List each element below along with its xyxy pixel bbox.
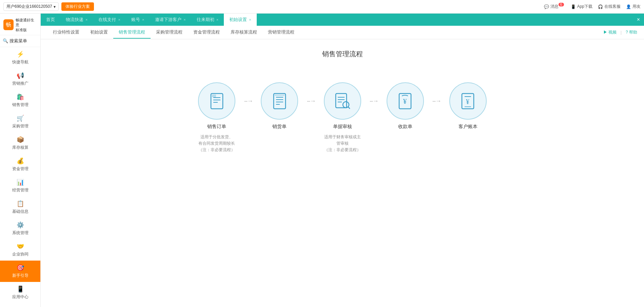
nav-tab-home[interactable]: 首页: [41, 14, 60, 26]
sidebar-item-quick-nav[interactable]: ⚡ 快捷导航: [0, 47, 40, 68]
sub-tab-label: 行业特性设置: [53, 29, 79, 35]
finance-icon: 💰: [17, 157, 24, 165]
sidebar-item-operations[interactable]: 📊 经营管理: [0, 175, 40, 197]
user-selector[interactable]: 用户690企业1660120507 ▾: [3, 2, 59, 11]
flow-desc-sales-order: 适用于分批发货、有合同发货周期较长（注：非必要流程）: [198, 134, 235, 154]
sub-tab-label: 销售管理流程: [119, 29, 145, 35]
sub-tabs: 行业特性设置 初始设置 销售管理流程 采购管理流程 资金管理流程 库存核算流程 …: [41, 26, 644, 39]
flow-circle-receipt[interactable]: ¥: [387, 82, 424, 120]
nav-tab-label: 账号: [131, 17, 140, 23]
nav-tab-logistics[interactable]: 物流快递 ×: [60, 14, 93, 26]
nav-tab-period[interactable]: 往来期初 ×: [191, 14, 224, 26]
sub-tab-right: ▶ 视频 | ? 帮助: [603, 29, 638, 35]
nav-tab-close-icon[interactable]: ×: [249, 18, 251, 22]
app-label: App下载: [577, 4, 592, 9]
app-download-item[interactable]: 📱 App下载: [571, 4, 592, 9]
dropdown-arrow-icon: ▾: [54, 4, 56, 9]
sidebar-item-label: 企业协同: [12, 251, 28, 257]
sub-tab-industry[interactable]: 行业特性设置: [47, 26, 85, 39]
nav-tab-init-settings[interactable]: 初始设置 ×: [224, 14, 256, 26]
sidebar-item-label: 经营管理: [12, 187, 28, 193]
sub-tab-sales-flow[interactable]: 销售管理流程: [113, 26, 151, 39]
sidebar-item-finance[interactable]: 💰 资金管理: [0, 154, 40, 175]
nav-tab-close-icon[interactable]: ×: [118, 18, 120, 22]
nav-tab-label: 首页: [46, 17, 55, 23]
search-icon: 🔍: [3, 38, 8, 43]
nav-tab-account[interactable]: 账号 ×: [126, 14, 150, 26]
sidebar-item-inventory[interactable]: 📦 库存核算: [0, 132, 40, 154]
nav-tabs: 首页 物流快递 × 在线支付 × 账号 × 邀请下游客户 × 往来期初 × 初始…: [41, 14, 644, 26]
svg-text:¥: ¥: [466, 98, 469, 105]
header-right: 💬 消息 6 📱 App下载 🎧 在线客服 👤 用友: [544, 4, 641, 9]
collab-icon: 🤝: [17, 243, 24, 250]
search-label: 搜索菜单: [9, 38, 27, 44]
logo-text: 畅捷通好生意 标准版: [16, 18, 37, 32]
flow-circle-sales-invoice[interactable]: [261, 82, 298, 120]
nav-tab-invite[interactable]: 邀请下游客户 ×: [150, 14, 191, 26]
sidebar-item-system[interactable]: ⚙️ 系统管理: [0, 218, 40, 239]
sub-tab-inventory-flow[interactable]: 库存核算流程: [225, 26, 262, 39]
basic-info-icon: 📋: [17, 200, 24, 207]
sub-tab-init[interactable]: 初始设置: [85, 26, 113, 39]
sub-tab-purchase-flow[interactable]: 采购管理流程: [151, 26, 188, 39]
flow-item-receipt: ¥ 收款单: [378, 82, 432, 134]
sidebar-item-wechat[interactable]: 💬 企业微信: [0, 303, 40, 307]
svg-line-15: [348, 107, 350, 108]
help-icon: ?: [626, 30, 628, 35]
flow-item-customer-account: ¥ 客户账本: [441, 82, 495, 134]
app-icon: 📱: [571, 4, 576, 9]
online-service-item[interactable]: 🎧 在线客服: [598, 4, 621, 9]
sub-tab-label: 初始设置: [90, 29, 108, 35]
nav-tab-label: 往来期初: [197, 17, 214, 23]
app-center-icon: 📱: [17, 285, 24, 293]
user-menu-label: 用友: [632, 4, 641, 9]
sidebar-item-label: 系统管理: [12, 230, 28, 236]
logo-icon: 畅: [3, 19, 14, 30]
header-left: 用户690企业1660120507 ▾ 体验行业方案: [3, 2, 94, 11]
flow-label-customer-account: 客户账本: [458, 124, 477, 130]
user-label: 用户690企业1660120507: [6, 4, 52, 9]
sidebar-item-marketing[interactable]: 📢 营销推广: [0, 68, 40, 90]
nav-tab-close-icon[interactable]: ×: [183, 18, 186, 22]
experience-button[interactable]: 体验行业方案: [61, 2, 94, 11]
sidebar-item-guide[interactable]: 🎯 新手引导: [0, 261, 40, 282]
service-label: 在线客服: [604, 4, 621, 9]
sidebar-item-label: 采购管理: [12, 123, 28, 129]
video-help-item[interactable]: ▶ 视频: [603, 29, 617, 35]
svg-text:¥: ¥: [403, 97, 407, 105]
sub-tab-finance-flow[interactable]: 资金管理流程: [188, 26, 225, 39]
flow-item-doc-review: 单据审核 适用于财务审核或主管审核（注：非必要流程）: [315, 82, 370, 154]
user-menu-item[interactable]: 👤 用友: [626, 4, 641, 9]
close-all-tabs-button[interactable]: ×: [633, 14, 644, 26]
nav-tab-close-icon[interactable]: ×: [216, 18, 218, 22]
sidebar-item-app-center[interactable]: 📱 应用中心: [0, 282, 40, 303]
nav-tab-close-icon[interactable]: ×: [142, 18, 144, 22]
sidebar-item-purchase[interactable]: 🛒 采购管理: [0, 111, 40, 132]
top-header: 用户690企业1660120507 ▾ 体验行业方案 💬 消息 6 📱 App下…: [0, 0, 644, 14]
flow-circle-doc-review[interactable]: [324, 82, 361, 120]
search-menu-button[interactable]: 🔍 搜索菜单: [0, 35, 40, 47]
help-item[interactable]: ? 帮助: [626, 29, 637, 35]
sidebar-item-label: 库存核算: [12, 145, 28, 150]
help-label: 帮助: [629, 30, 637, 35]
sub-tab-marketing-flow[interactable]: 营销管理流程: [262, 26, 300, 39]
flow-circle-sales-order[interactable]: [198, 82, 235, 120]
flow-label-receipt: 收款单: [398, 124, 412, 130]
sidebar-item-sales[interactable]: 🛍️ 销售管理: [0, 90, 40, 111]
nav-tab-label: 邀请下游客户: [155, 17, 181, 23]
flow-label-doc-review: 单据审核: [333, 124, 352, 130]
sidebar-item-collab[interactable]: 🤝 企业协同: [0, 239, 40, 261]
flow-circle-customer-account[interactable]: ¥: [449, 82, 487, 120]
nav-tab-payment[interactable]: 在线支付 ×: [93, 14, 125, 26]
message-item[interactable]: 💬 消息 6: [544, 4, 565, 9]
nav-tab-label: 物流快递: [66, 17, 83, 23]
flow-arrow-2: ···→: [307, 82, 315, 105]
sidebar-logo: 畅 畅捷通好生意 标准版: [0, 14, 40, 35]
sidebar-item-basic-info[interactable]: 📋 基础信息: [0, 197, 40, 218]
sub-tab-label: 营销管理流程: [268, 29, 294, 35]
system-icon: ⚙️: [17, 221, 24, 229]
doc-review-icon: [333, 92, 352, 110]
nav-tab-close-icon[interactable]: ×: [85, 18, 87, 22]
message-badge: 6: [559, 3, 564, 6]
operations-icon: 📊: [17, 179, 24, 186]
